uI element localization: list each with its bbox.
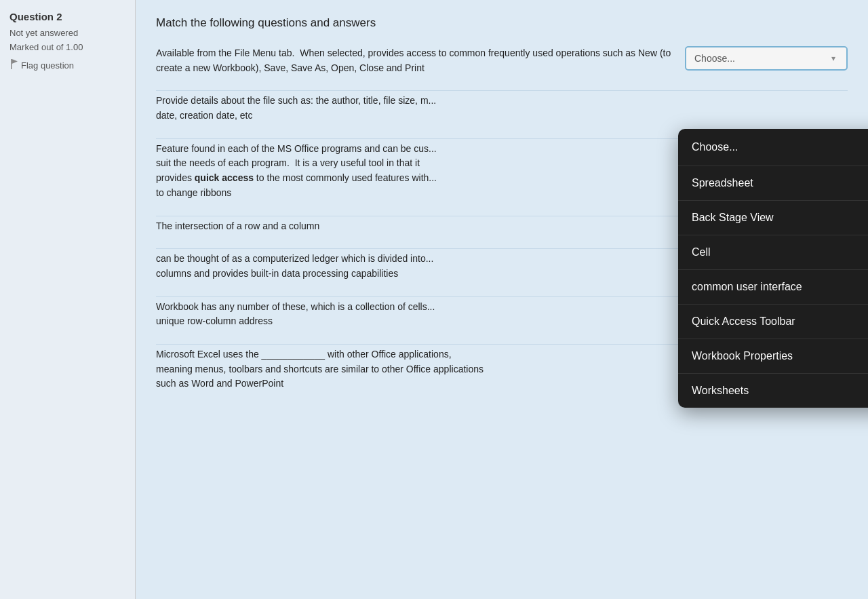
separator-1 [156,90,848,91]
svg-rect-0 [11,59,12,69]
question-text-1: Available from the File Menu tab. When s… [156,46,685,75]
answer-dropdown-1[interactable]: Choose... Spreadsheet Back Stage View Ce… [685,46,848,71]
menu-item-backstage[interactable]: Back Stage View [678,201,868,235]
menu-item-spreadsheet[interactable]: Spreadsheet [678,166,868,201]
menu-item-backstage-label: Back Stage View [692,212,774,224]
menu-item-workbook-props[interactable]: Workbook Properties [678,339,868,374]
sidebar: Question 2 Not yet answered Marked out o… [0,0,136,599]
marked-out-label: Marked out of 1.00 [9,42,125,52]
flag-icon [9,59,18,71]
page-title: Match the following questions and answer… [156,16,848,30]
menu-item-common-ui[interactable]: common user interface [678,270,868,305]
not-answered-label: Not yet answered [9,28,125,38]
main-content: Match the following questions and answer… [136,0,868,599]
menu-item-qat[interactable]: Quick Access Toolbar [678,305,868,339]
flag-question-label: Flag question [21,60,74,71]
question-text-7: Microsoft Excel uses the ____________ wi… [156,347,685,391]
menu-item-cell[interactable]: Cell [678,235,868,270]
menu-item-choose[interactable]: Choose... ✓ [678,129,868,166]
menu-item-cell-label: Cell [692,246,711,258]
question-text-2: Provide details about the file such as: … [156,94,848,123]
menu-item-worksheets-label: Worksheets [692,385,749,397]
dropdown-wrapper-1: Choose... Spreadsheet Back Stage View Ce… [685,46,848,71]
menu-item-qat-label: Quick Access Toolbar [692,315,795,328]
menu-item-spreadsheet-label: Spreadsheet [692,177,753,189]
svg-marker-1 [12,59,18,64]
dropdown-menu-overlay: Choose... ✓ Spreadsheet Back Stage View … [678,129,868,408]
menu-item-common-ui-label: common user interface [692,281,802,293]
question-label: Question 2 [9,11,125,22]
question-row-2: Provide details about the file such as: … [156,94,848,123]
question-row-1: Available from the File Menu tab. When s… [156,46,848,75]
menu-item-worksheets[interactable]: Worksheets [678,374,868,408]
flag-question-button[interactable]: Flag question [9,59,125,71]
menu-item-choose-label: Choose... [692,141,738,153]
menu-item-workbook-props-label: Workbook Properties [692,350,793,362]
